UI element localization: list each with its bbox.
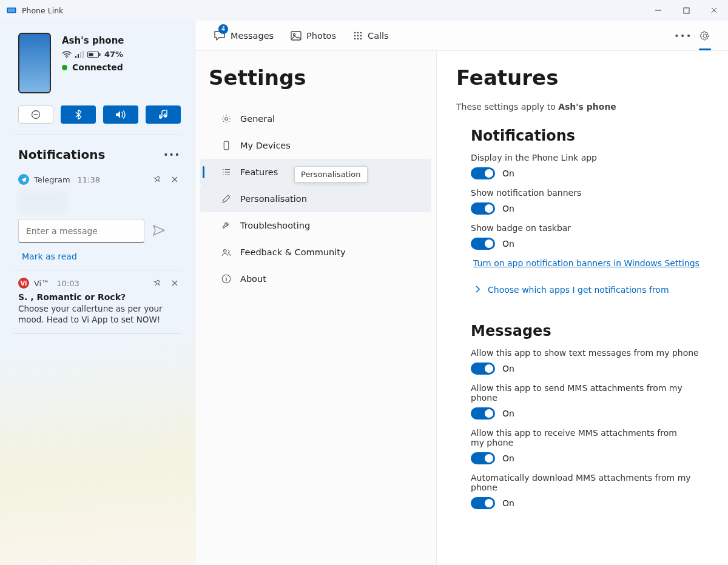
settings-nav-troubleshooting[interactable]: Troubleshooting xyxy=(200,212,431,239)
settings-heading: Settings xyxy=(209,65,436,90)
features-applies: These settings apply to Ash's phone xyxy=(456,102,710,112)
pin-icon[interactable] xyxy=(150,276,163,290)
app-icon xyxy=(6,5,17,16)
device-status-row: 47% xyxy=(62,50,124,59)
settings-button[interactable] xyxy=(694,25,716,47)
chevron-right-icon xyxy=(474,285,480,295)
top-nav: 4 Messages Photos Calls ••• xyxy=(195,21,728,51)
settings-nav-about[interactable]: About xyxy=(200,266,431,292)
svg-rect-5 xyxy=(78,54,79,58)
settings-nav-general[interactable]: General xyxy=(200,105,431,132)
settings-nav-devices[interactable]: My Devices xyxy=(200,132,431,159)
opt-banners-label: Show notification banners xyxy=(471,188,710,198)
svg-point-16 xyxy=(354,32,356,33)
pencil-icon xyxy=(221,193,232,204)
volume-button[interactable] xyxy=(103,105,138,124)
svg-point-27 xyxy=(224,250,227,253)
svg-rect-4 xyxy=(75,56,76,58)
battery-percent: 47% xyxy=(104,50,123,59)
opt-sendmms-label: Allow this app to send MMS attachments f… xyxy=(471,383,710,403)
opt-automms-toggle[interactable] xyxy=(471,497,495,509)
gear-icon xyxy=(221,113,232,124)
tab-calls[interactable]: Calls xyxy=(345,21,397,51)
svg-point-21 xyxy=(360,35,362,36)
sidebar: Ash's phone 47% Connected Notif xyxy=(0,21,195,565)
notification-app: Telegram xyxy=(34,175,70,184)
window-close-button[interactable] xyxy=(700,0,728,21)
more-button[interactable]: ••• xyxy=(672,25,694,47)
pin-icon[interactable] xyxy=(150,173,163,186)
notification-content-redacted xyxy=(18,191,67,213)
dnd-button[interactable] xyxy=(18,105,53,124)
notification-item: Vi Vi™ 10:03 S. , Romantic or Rock? Choo… xyxy=(0,270,195,333)
opt-display-toggle[interactable] xyxy=(471,167,495,179)
notification-body: Choose your callertune as per your mood.… xyxy=(18,303,164,325)
info-icon xyxy=(221,273,232,284)
reply-input[interactable] xyxy=(18,219,144,243)
settings-pane: Settings General My Devices xyxy=(195,51,437,565)
dismiss-icon[interactable] xyxy=(168,173,181,186)
svg-rect-1 xyxy=(8,8,15,12)
svg-rect-9 xyxy=(89,53,93,56)
dismiss-icon[interactable] xyxy=(168,276,181,290)
wifi-icon xyxy=(62,51,72,58)
opt-badge-toggle[interactable] xyxy=(471,238,495,250)
bluetooth-button[interactable] xyxy=(61,105,96,124)
messages-badge: 4 xyxy=(218,24,228,34)
svg-point-13 xyxy=(164,115,167,118)
photos-icon xyxy=(291,31,302,41)
signal-icon xyxy=(75,51,84,58)
svg-point-18 xyxy=(360,32,362,33)
connection-dot-icon xyxy=(62,65,67,70)
opt-display-label: Display in the Phone Link app xyxy=(471,153,710,162)
tab-label: Messages xyxy=(231,31,274,41)
notification-title: S. , Romantic or Rock? xyxy=(18,292,181,302)
music-button[interactable] xyxy=(146,105,181,124)
app-title: Phone Link xyxy=(22,6,63,15)
opt-sendmms-state: On xyxy=(502,409,514,418)
link-windows-banners[interactable]: Turn on app notification banners in Wind… xyxy=(473,258,699,268)
window-maximize-button[interactable] xyxy=(672,0,700,21)
svg-point-15 xyxy=(294,33,295,35)
connection-row: Connected xyxy=(62,62,124,72)
notifications-more-button[interactable]: ••• xyxy=(163,150,180,159)
svg-rect-6 xyxy=(80,52,81,58)
opt-automms-state: On xyxy=(502,498,514,508)
opt-display-state: On xyxy=(502,169,514,178)
opt-recvmms-label: Allow this app to receive MMS attachment… xyxy=(471,428,677,447)
link-choose-apps[interactable]: Choose which apps I get notifications fr… xyxy=(488,285,669,295)
svg-point-3 xyxy=(66,57,67,58)
battery-icon xyxy=(87,51,101,58)
svg-point-19 xyxy=(354,35,356,36)
calls-icon xyxy=(353,31,363,41)
svg-rect-10 xyxy=(99,53,101,56)
svg-rect-2 xyxy=(684,8,689,13)
mark-as-read-link[interactable]: Mark as read xyxy=(18,252,181,261)
tab-photos[interactable]: Photos xyxy=(282,21,345,51)
send-icon[interactable] xyxy=(153,225,165,238)
features-pane: Features These settings apply to Ash's p… xyxy=(437,51,728,565)
svg-point-25 xyxy=(225,118,228,121)
notification-time: 11:38 xyxy=(78,175,100,184)
telegram-icon xyxy=(18,174,29,185)
opt-recvmms-toggle[interactable] xyxy=(471,452,495,464)
connection-status: Connected xyxy=(72,62,123,72)
tab-messages[interactable]: 4 Messages xyxy=(205,21,282,51)
svg-point-22 xyxy=(354,38,356,39)
gear-icon xyxy=(699,30,710,41)
opt-banners-toggle[interactable] xyxy=(471,202,495,215)
opt-showtext-toggle[interactable] xyxy=(471,363,495,375)
svg-point-12 xyxy=(160,116,162,119)
phone-graphic[interactable] xyxy=(18,33,51,93)
window-minimize-button[interactable] xyxy=(644,0,672,21)
settings-nav-personalisation[interactable]: Personalisation xyxy=(200,186,431,212)
opt-showtext-state: On xyxy=(502,364,514,373)
opt-badge-label: Show badge on taskbar xyxy=(471,223,710,233)
phone-icon xyxy=(221,140,232,151)
vi-icon: Vi xyxy=(18,278,29,289)
opt-sendmms-toggle[interactable] xyxy=(471,407,495,420)
notifications-subheading: Notifications xyxy=(471,127,710,144)
settings-nav-feedback[interactable]: Feedback & Community xyxy=(200,239,431,266)
tab-label: Calls xyxy=(368,31,389,41)
messages-subheading: Messages xyxy=(471,323,710,339)
